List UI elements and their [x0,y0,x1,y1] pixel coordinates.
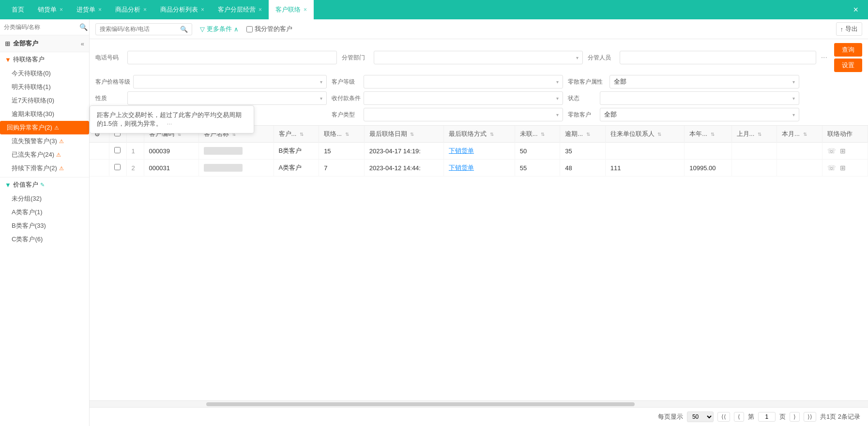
sidebar-search-icon[interactable]: 🔍 [79,23,88,31]
collapse-sidebar-icon[interactable]: « [81,40,84,47]
sidebar-item-overdue[interactable]: 逾期未联络(30) [0,107,89,121]
contact-icon-1[interactable]: ☏ [827,147,836,155]
page-number-input[interactable] [758,412,776,422]
nav-home[interactable]: 首页 [5,0,31,19]
pending-contact-group[interactable]: ▼ 待联络客户 [0,52,89,67]
col-last-date[interactable]: 最后联络日期 ⇅ [364,126,443,143]
sidebar-item-tomorrow[interactable]: 明天待联络(1) [0,80,89,94]
col-unit-contact[interactable]: 往来单位联系人 ⇅ [605,126,685,143]
cell-method-2[interactable]: 下销货单 [444,160,515,176]
retail-customer-select[interactable]: 全部 ▾ [600,108,799,121]
col-this-month[interactable]: 本月... ⇅ [777,126,822,143]
row-1-checkbox[interactable] [114,147,121,153]
payment-select[interactable]: ▾ [364,91,563,105]
h-scrollbar-thumb[interactable] [206,402,634,406]
close-product-analysis-list-icon[interactable]: × [201,6,204,13]
cell-name-2 [198,160,274,176]
sort-unit-icon[interactable]: ⇅ [657,132,661,137]
more-conditions-button[interactable]: ▽ 更多条件 ∧ [197,23,242,35]
gender-field: 性质 ▾ [95,91,327,105]
close-sales-order-icon[interactable]: × [60,6,63,13]
sidebar-item-lost-preview[interactable]: 流失预警客户(3) ⚠ [0,134,89,148]
app-close-button[interactable]: × [848,5,863,15]
more-dots-1[interactable]: ··· [819,53,829,62]
col-overdue[interactable]: 逾期... ⇅ [560,126,606,143]
first-page-button[interactable]: ⟨⟨ [717,412,730,422]
status-select[interactable]: ▾ [600,91,799,105]
export-icon: ↑ [840,26,844,33]
page-size-select[interactable]: 50 100 200 [687,411,714,422]
export-button[interactable]: ↑ 导出 [836,22,863,36]
sidebar-item-a-class[interactable]: A类客户(1) [0,206,89,219]
nav-purchase-order[interactable]: 进货单 × [70,0,108,19]
sort-method-icon[interactable]: ⇅ [490,132,494,137]
sort-date-icon[interactable]: ⇅ [410,132,414,137]
main-search-icon[interactable]: 🔍 [180,26,188,33]
sort-contact-icon[interactable]: ⇅ [345,132,349,137]
col-contact-count[interactable]: 联络... ⇅ [319,126,365,143]
sidebar-item-ungroup[interactable]: 未分组(32) [0,192,89,206]
sidebar-search-bar: 🔍 [0,19,89,35]
nav-customer-contact[interactable]: 客户联络 × [269,0,314,19]
nav-product-analysis-list[interactable]: 商品分析列表 × [153,0,211,19]
sort-this-month-icon[interactable]: ⇅ [803,132,807,137]
cell-checkbox-2[interactable] [109,160,126,176]
more-action-icon-1[interactable]: ⊞ [840,147,846,155]
sort-unpaid-icon[interactable]: ⇅ [541,132,545,137]
query-button[interactable]: 查询 [834,43,862,57]
data-table-area: ⚙ 客户编码 ⇅ 客户名称 ⇅ [90,126,868,400]
tooltip-more-icon[interactable]: ··· [167,120,172,127]
close-product-analysis-icon[interactable]: × [143,6,147,13]
customer-type-select[interactable]: ▾ [364,108,563,121]
cell-checkbox-1[interactable] [109,143,126,160]
gender-select[interactable]: ▾ [127,91,327,105]
customer-level-select[interactable]: ▾ [364,75,563,88]
sidebar-item-today[interactable]: 今天待联络(0) [0,67,89,80]
sort-level-icon[interactable]: ⇅ [300,132,304,137]
retail-customer-field: 零散客户 全部 ▾ [568,108,799,121]
h-scrollbar-container[interactable] [90,400,868,407]
value-customers-group[interactable]: ▼ 价值客户 ✎ [0,177,89,192]
nav-sales-order[interactable]: 销货单 × [31,0,70,19]
next-page-button[interactable]: ⟩ [790,412,800,422]
col-last-month[interactable]: 上月... ⇅ [731,126,777,143]
cell-method-1[interactable]: 下销货单 [444,143,515,160]
nav-product-analysis[interactable]: 商品分析 × [108,0,153,19]
sidebar-item-already-lost[interactable]: 已流失客户(24) ⚠ [0,148,89,162]
edit-icon[interactable]: ✎ [40,182,45,188]
close-customer-contact-icon[interactable]: × [304,6,307,13]
contact-icon-2[interactable]: ☏ [827,164,836,172]
col-last-method[interactable]: 最后联络方式 ⇅ [444,126,515,143]
nav-customer-tier[interactable]: 客户分层经营 × [211,0,269,19]
filter-actions: 查询 设置 [834,43,862,72]
prev-page-button[interactable]: ⟨ [734,412,744,422]
dept-select[interactable]: ▾ [374,51,583,64]
row-2-checkbox[interactable] [114,164,121,170]
sidebar-search-input[interactable] [4,24,76,30]
sidebar-item-repurchase-abnormal[interactable]: 回购异常客户(2) ⚠ [0,121,89,134]
my-customers-checkbox[interactable] [246,26,253,32]
sort-last-month-icon[interactable]: ⇅ [758,132,761,137]
sort-overdue-icon[interactable]: ⇅ [586,132,590,137]
price-level-select[interactable]: ▾ [133,75,327,88]
col-unpaid[interactable]: 未联... ⇅ [515,126,560,143]
retail-attr-select[interactable]: 全部 ▾ [609,75,799,88]
more-action-icon-2[interactable]: ⊞ [840,164,846,172]
main-search-input[interactable] [100,26,180,32]
sort-year-icon[interactable]: ⇅ [711,132,715,137]
close-purchase-order-icon[interactable]: × [98,6,102,13]
my-customers-checkbox-label[interactable]: 我分管的客户 [246,25,292,33]
settings-button[interactable]: 设置 [834,59,862,72]
sidebar-item-7days[interactable]: 近7天待联络(0) [0,94,89,107]
sidebar-item-c-class[interactable]: C类客户(6) [0,233,89,246]
sidebar-item-continuous-down[interactable]: 持续下滑客户(2) ⚠ [0,162,89,175]
cell-settings-2 [90,160,109,176]
col-this-year[interactable]: 本年... ⇅ [685,126,731,143]
manager-select[interactable] [620,51,816,64]
close-customer-tier-icon[interactable]: × [259,6,262,13]
col-level[interactable]: 客户... ⇅ [274,126,319,143]
cell-overdue-1: 35 [560,143,606,160]
phone-input[interactable] [127,51,337,64]
sidebar-item-b-class[interactable]: B类客户(33) [0,219,89,233]
last-page-button[interactable]: ⟩⟩ [804,412,816,422]
